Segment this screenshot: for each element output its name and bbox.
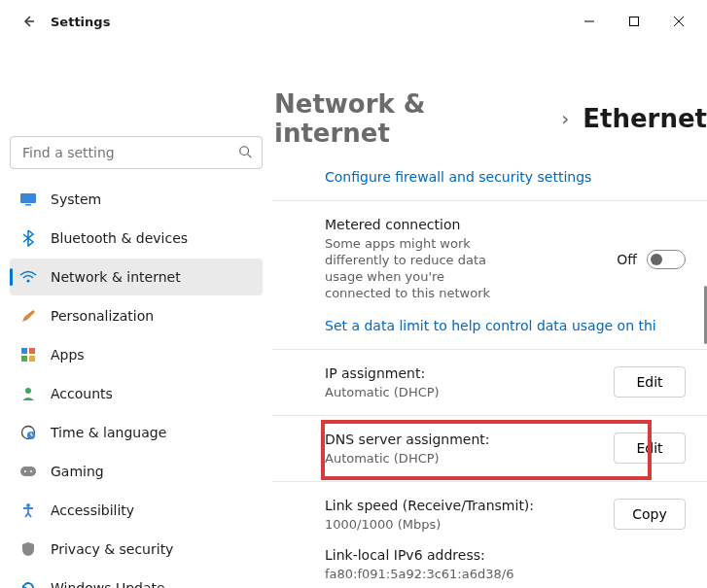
sidebar-item-label: System [51,191,101,207]
minimize-icon [584,17,594,26]
sidebar-item-label: Network & internet [51,269,181,285]
sidebar-item-privacy[interactable]: Privacy & security [10,531,263,568]
svg-rect-10 [29,348,35,354]
svg-rect-16 [20,467,36,476]
close-button[interactable] [656,6,701,37]
search-box[interactable] [10,136,263,169]
breadcrumb-parent[interactable]: Network & internet [274,89,548,148]
sidebar-item-label: Gaming [51,464,104,479]
sidebar-item-label: Accounts [51,386,113,401]
breadcrumb: Network & internet › Ethernet [272,43,707,165]
svg-rect-6 [20,193,36,203]
row-firewall-link[interactable]: Configure firewall and security settings [272,165,707,200]
sidebar: System Bluetooth & devices Network & int… [0,43,272,588]
row-dns-assignment: DNS server assignment: Automatic (DHCP) … [272,415,707,481]
row-ipv6-address: Link-local IPv6 address: fa80:f091:5a92:… [272,547,707,588]
sidebar-item-label: Accessibility [51,502,134,518]
apps-icon [19,346,37,363]
titlebar: Settings [0,0,707,43]
bluetooth-icon [19,229,37,247]
accessibility-icon [19,502,37,519]
svg-rect-9 [21,348,27,354]
link-speed-value: 1000/1000 (Mbps) [325,517,534,532]
ip-edit-button[interactable]: Edit [614,366,686,398]
ip-title: IP assignment: [325,365,440,381]
shield-icon [19,540,37,558]
sidebar-item-label: Apps [51,347,85,363]
sidebar-item-accessibility[interactable]: Accessibility [10,492,263,529]
close-icon [674,17,684,26]
svg-point-8 [26,279,29,282]
row-data-limit-link[interactable]: Set a data limit to help control data us… [272,318,707,349]
firewall-link[interactable]: Configure firewall and security settings [325,169,591,185]
search-input[interactable] [20,144,238,161]
svg-line-5 [248,154,252,157]
toggle-label: Off [617,252,637,267]
clock-globe-icon [19,424,37,441]
update-icon [19,579,37,588]
settings-list: Configure firewall and security settings… [272,165,707,588]
app-title: Settings [51,15,110,29]
nav-list: System Bluetooth & devices Network & int… [10,181,263,588]
sidebar-item-update[interactable]: Windows Update [10,570,263,588]
accounts-icon [19,385,37,402]
chevron-right-icon: › [561,107,569,130]
back-button[interactable] [12,5,45,38]
sidebar-item-system[interactable]: System [10,181,263,218]
ip-value: Automatic (DHCP) [325,385,440,399]
main-pane: Network & internet › Ethernet Configure … [272,43,707,588]
svg-point-18 [30,470,32,472]
search-icon [238,144,252,162]
arrow-left-icon [20,14,36,29]
svg-rect-11 [21,356,27,362]
dns-value: Automatic (DHCP) [325,451,490,466]
row-metered-connection: Metered connection Some apps might work … [272,200,707,318]
svg-rect-1 [630,17,639,26]
sidebar-item-apps[interactable]: Apps [10,336,263,373]
row-ip-assignment: IP assignment: Automatic (DHCP) Edit [272,349,707,415]
svg-rect-7 [25,204,31,206]
system-icon [19,190,37,208]
paintbrush-icon [19,307,37,325]
link-speed-copy-button[interactable]: Copy [614,499,686,530]
sidebar-item-bluetooth[interactable]: Bluetooth & devices [10,220,263,257]
wifi-icon [19,268,37,286]
svg-point-13 [25,388,31,394]
dns-title: DNS server assignment: [325,432,490,447]
minimize-button[interactable] [567,6,612,37]
data-limit-link[interactable]: Set a data limit to help control data us… [325,318,656,333]
page-title: Ethernet [583,104,707,133]
sidebar-item-label: Time & language [51,425,166,440]
gaming-icon [19,463,37,480]
maximize-button[interactable] [612,6,656,37]
sidebar-item-network[interactable]: Network & internet [10,259,263,295]
sidebar-item-label: Windows Update [51,580,165,588]
link-speed-title: Link speed (Receive/Transmit): [325,498,534,513]
ipv6-title: Link-local IPv6 address: [325,547,513,563]
sidebar-item-label: Bluetooth & devices [51,230,188,246]
sidebar-item-time-language[interactable]: Time & language [10,414,263,451]
metered-title: Metered connection [325,217,500,232]
sidebar-item-gaming[interactable]: Gaming [10,453,263,490]
ipv6-value: fa80:f091:5a92:3c61:a6d38/6 [325,567,513,581]
maximize-icon [629,17,639,26]
sidebar-item-label: Privacy & security [51,541,173,557]
svg-point-19 [26,503,30,507]
svg-point-4 [240,146,249,155]
svg-point-17 [24,470,26,472]
sidebar-item-personalization[interactable]: Personalization [10,297,263,334]
dns-edit-button[interactable]: Edit [614,432,686,464]
sidebar-item-label: Personalization [51,308,154,324]
row-link-speed: Link speed (Receive/Transmit): 1000/1000… [272,481,707,547]
svg-rect-12 [29,356,35,362]
metered-sub: Some apps might work differently to redu… [325,236,500,302]
metered-toggle[interactable] [647,250,686,269]
sidebar-item-accounts[interactable]: Accounts [10,375,263,412]
